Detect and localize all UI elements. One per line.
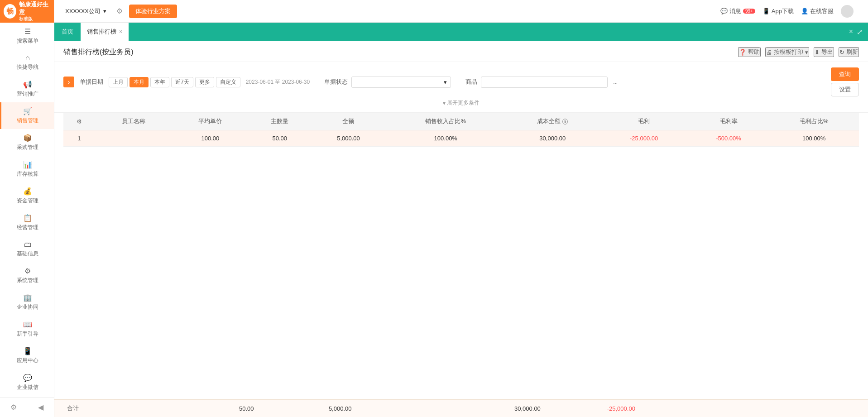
system-icon: ⚙ bbox=[24, 267, 31, 275]
app-download-label: App下载 bbox=[772, 7, 794, 15]
footer-gross-ratio bbox=[762, 405, 855, 412]
sidebar-item-label: 库存核算 bbox=[17, 170, 38, 178]
date-buttons: 上月 本月 本年 近7天 更多 自定义 bbox=[109, 77, 240, 87]
status-label: 单据状态 bbox=[324, 78, 348, 86]
quick-nav-icon: ⌂ bbox=[25, 54, 30, 62]
main-area: XXXXXX公司 ▾ ⚙ 体验行业方案 💬 消息 99+ 📱 App下载 👤 在… bbox=[54, 0, 868, 417]
ranking-table: ⚙ 员工名称 平均单价 主数量 全额 销售收入占比% 成本全额 ℹ 毛利 毛利率… bbox=[63, 113, 859, 147]
sidebar-item-label: 基础信息 bbox=[17, 250, 38, 258]
goods-input[interactable] bbox=[481, 77, 608, 88]
tab-home[interactable]: 首页 bbox=[54, 23, 81, 41]
sidebar-settings-btn[interactable]: ⚙ bbox=[7, 401, 20, 413]
sidebar-item-system[interactable]: ⚙ 系统管理 bbox=[0, 262, 54, 289]
cell-quantity: 50.00 bbox=[249, 130, 311, 147]
sidebar-item-inventory[interactable]: 📊 库存核算 bbox=[0, 156, 54, 182]
tab-sales-ranking[interactable]: 销售排行榜 × bbox=[81, 23, 129, 41]
sidebar-item-guide[interactable]: 📖 新手引导 bbox=[0, 316, 54, 342]
sidebar-item-finance[interactable]: 💰 资金管理 bbox=[0, 182, 54, 209]
avatar[interactable] bbox=[841, 5, 854, 18]
content: 销售排行榜(按业务员) ❓ 帮助 🖨 按模板打印 ▾ ⬇ 导出 bbox=[54, 41, 868, 417]
cell-sales-ratio: 100.00% bbox=[386, 130, 505, 147]
operations-icon: 📋 bbox=[23, 214, 32, 222]
try-industry-button[interactable]: 体验行业方案 bbox=[129, 5, 177, 18]
tab-home-label: 首页 bbox=[62, 28, 73, 36]
footer-avg-price bbox=[106, 405, 200, 412]
sidebar-item-label: 企业协同 bbox=[17, 303, 38, 311]
print-button[interactable]: 🖨 按模板打印 ▾ bbox=[765, 47, 809, 57]
tabbar: 首页 销售排行榜 × × ⤢ bbox=[54, 23, 868, 41]
this-month-btn[interactable]: 本月 bbox=[129, 77, 149, 87]
filter-actions: 查询 设置 bbox=[831, 67, 859, 96]
filter-expand-toggle[interactable]: › bbox=[63, 77, 74, 87]
inventory-icon: 📊 bbox=[23, 160, 32, 169]
sidebar-item-search[interactable]: ☰ 搜索菜单 bbox=[0, 23, 54, 49]
sidebar-item-marketing[interactable]: 📢 营销推广 bbox=[0, 76, 54, 102]
cell-rank: 1 bbox=[63, 130, 95, 147]
window-close-icon[interactable]: × bbox=[849, 28, 853, 36]
message-button[interactable]: 💬 消息 99+ bbox=[720, 7, 755, 15]
sidebar-collapse-btn[interactable]: ◀ bbox=[34, 401, 47, 413]
more-btn[interactable]: 更多 bbox=[195, 77, 214, 87]
expand-chevron-icon: ▾ bbox=[443, 100, 446, 106]
message-badge: 99+ bbox=[743, 9, 755, 14]
col-avg-price: 平均单价 bbox=[172, 113, 249, 130]
finance-icon: 💰 bbox=[23, 187, 32, 196]
sidebar-item-label: 新手引导 bbox=[17, 330, 38, 338]
last-7days-btn[interactable]: 近7天 bbox=[171, 77, 193, 87]
help-button[interactable]: ❓ 帮助 bbox=[738, 47, 761, 57]
sidebar-item-sales[interactable]: 🛒 销售管理 bbox=[0, 102, 54, 129]
sidebar-item-enterprise[interactable]: 🏢 企业协同 bbox=[0, 289, 54, 316]
company-name: XXXXXX公司 bbox=[65, 7, 101, 15]
status-select[interactable]: ▾ bbox=[351, 77, 451, 88]
logo-text: 畅康通好生意 标准版 bbox=[19, 1, 50, 22]
query-button[interactable]: 查询 bbox=[831, 67, 859, 81]
company-selector[interactable]: XXXXXX公司 ▾ bbox=[62, 5, 110, 17]
goods-more-btn[interactable]: ... bbox=[611, 78, 619, 86]
sidebar-item-label: 资金管理 bbox=[17, 197, 38, 205]
sidebar-item-label: 搜索菜单 bbox=[17, 37, 38, 45]
sidebar-item-apps[interactable]: 📱 应用中心 bbox=[0, 342, 54, 369]
topbar-right: 💬 消息 99+ 📱 App下载 👤 在线客服 bbox=[720, 5, 861, 18]
company-dropdown-icon: ▾ bbox=[103, 8, 106, 14]
online-service-button[interactable]: 👤 在线客服 bbox=[801, 7, 834, 15]
filter-settings-button[interactable]: 设置 bbox=[831, 83, 859, 96]
date-label: 单据日期 bbox=[80, 78, 103, 86]
col-amount: 全额 bbox=[311, 113, 386, 130]
refresh-icon: ↻ bbox=[839, 49, 844, 56]
footer-gross: -25,000.00 bbox=[574, 405, 668, 412]
sidebar-item-label: 经营管理 bbox=[17, 224, 38, 231]
table-header-row: ⚙ 员工名称 平均单价 主数量 全额 销售收入占比% 成本全额 ℹ 毛利 毛利率… bbox=[63, 113, 859, 130]
this-year-btn[interactable]: 本年 bbox=[150, 77, 169, 87]
date-range: 2023-06-01 至 2023-06-30 bbox=[246, 78, 310, 86]
expand-label: 展开更多条件 bbox=[447, 99, 480, 107]
logo-icon: 畅 bbox=[4, 4, 16, 19]
tab-close-icon[interactable]: × bbox=[119, 29, 122, 35]
custom-btn[interactable]: 自定义 bbox=[216, 77, 240, 87]
cell-gross-rate: -500.00% bbox=[688, 130, 769, 147]
app-download-button[interactable]: 📱 App下载 bbox=[762, 7, 794, 15]
sidebar-item-quick-nav[interactable]: ⌂ 快捷导航 bbox=[0, 49, 54, 76]
purchase-icon: 📦 bbox=[23, 134, 32, 142]
expand-more-btn[interactable]: ▾ 展开更多条件 bbox=[443, 99, 480, 107]
filter-row: › 单据日期 上月 本月 本年 近7天 更多 自定义 2023-06-01 至 … bbox=[63, 67, 859, 96]
table-row: 1 100.00 50.00 5,000.00 100.00% 30,000.0… bbox=[63, 130, 859, 147]
prev-month-btn[interactable]: 上月 bbox=[109, 77, 128, 87]
sidebar-item-label: 企业微信 bbox=[17, 383, 38, 391]
footer-cost: 30,000.00 bbox=[481, 405, 575, 412]
guide-icon: 📖 bbox=[23, 320, 32, 329]
filter-group-status: 单据状态 ▾ bbox=[324, 77, 451, 88]
cell-amount: 5,000.00 bbox=[311, 130, 386, 147]
sidebar-item-purchase[interactable]: 📦 采购管理 bbox=[0, 129, 54, 156]
window-expand-icon[interactable]: ⤢ bbox=[857, 28, 863, 36]
sidebar-item-wechat[interactable]: 💬 企业微信 bbox=[0, 369, 54, 396]
sidebar-item-basics[interactable]: 🗃 基础信息 bbox=[0, 236, 54, 262]
export-button[interactable]: ⬇ 导出 bbox=[814, 47, 834, 57]
footer-label: 合计 bbox=[67, 404, 79, 412]
sidebar-item-label: 销售管理 bbox=[17, 117, 38, 125]
refresh-button[interactable]: ↻ 刷新 bbox=[839, 47, 859, 57]
logo-sub: 标准版 bbox=[19, 16, 50, 22]
topbar-settings-icon[interactable]: ⚙ bbox=[115, 5, 125, 17]
sidebar-item-operations[interactable]: 📋 经营管理 bbox=[0, 209, 54, 236]
col-sales-ratio: 销售收入占比% bbox=[386, 113, 505, 130]
tab-active-label: 销售排行榜 bbox=[87, 28, 116, 36]
